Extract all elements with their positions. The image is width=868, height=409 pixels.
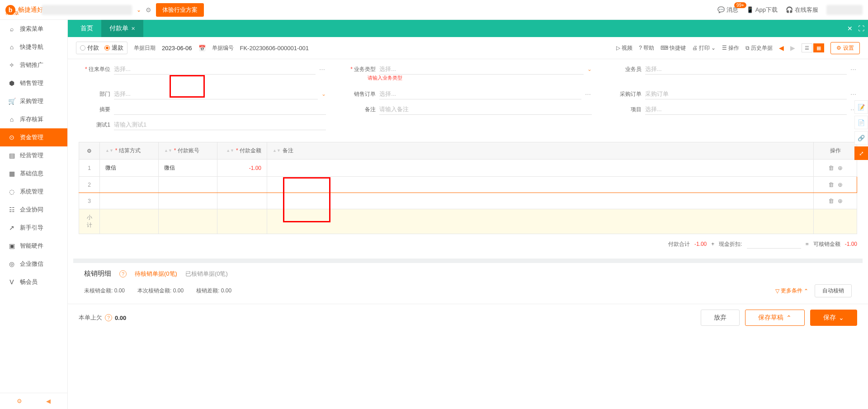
operate-link[interactable]: ☰ 操作 bbox=[722, 44, 739, 52]
purchaseorder-field: 采购订单 ⋯ bbox=[610, 89, 857, 99]
sidebar-item-4[interactable]: 🛒采购管理 bbox=[0, 92, 67, 110]
sidebar-item-7[interactable]: ▤经营管理 bbox=[0, 146, 67, 165]
col-gear[interactable]: ⚙ bbox=[79, 142, 100, 160]
sidebar: ⌕搜索菜单⌂快捷导航✧营销推广⬢销售管理🛒采购管理⌂库存核算⊙资金管理▤经营管理… bbox=[0, 20, 68, 409]
calendar-icon[interactable]: 📅 bbox=[198, 45, 206, 52]
tabs-bar: 首页 付款单 ✕ ✕ ⛶ bbox=[68, 20, 868, 37]
view-card-icon[interactable]: ▦ bbox=[813, 43, 824, 52]
owe-value: 0.00 bbox=[115, 315, 126, 321]
add-row-icon[interactable]: ⊕ bbox=[838, 197, 843, 204]
col-remark[interactable]: ▲▼备注 bbox=[267, 142, 814, 160]
project-input[interactable] bbox=[645, 104, 847, 115]
sidebar-item-1[interactable]: ⌂快捷导航 bbox=[0, 38, 67, 56]
sidebar-item-12[interactable]: ▣智能硬件 bbox=[0, 237, 67, 255]
dept-input[interactable] bbox=[114, 89, 318, 99]
add-row-icon[interactable]: ⊕ bbox=[838, 181, 843, 188]
table-row[interactable]: 2🗑⊕ bbox=[79, 177, 857, 193]
print-link[interactable]: 🖨 打印 ⌄ bbox=[692, 44, 716, 52]
sidebar-item-8[interactable]: ▦基础信息 bbox=[0, 165, 67, 183]
table-row[interactable]: 3🗑⊕ bbox=[79, 193, 857, 209]
remark-input[interactable] bbox=[379, 104, 591, 115]
sidebar-item-2[interactable]: ✧营销推广 bbox=[0, 56, 67, 74]
radio-dot-unchecked bbox=[80, 45, 85, 51]
next-doc-icon[interactable]: ▶ bbox=[790, 44, 795, 52]
video-link[interactable]: ▷ 视频 bbox=[616, 44, 632, 52]
float-doc-icon[interactable]: 📄 bbox=[854, 116, 868, 129]
radio-refund[interactable]: 退款 bbox=[104, 44, 123, 52]
clerk-input[interactable] bbox=[645, 64, 847, 75]
col-settle[interactable]: ▲▼结算方式 bbox=[100, 142, 159, 160]
org-dropdown-icon[interactable]: ⌄ bbox=[137, 7, 141, 13]
tabs-expand-icon[interactable]: ⛶ bbox=[858, 25, 864, 32]
biztype-dropdown-icon[interactable]: ⌄ bbox=[587, 66, 592, 72]
delete-row-icon[interactable]: 🗑 bbox=[828, 165, 834, 171]
save-draft-button[interactable]: 保存草稿 ⌃ bbox=[745, 310, 805, 326]
messages-link[interactable]: 💬 消息 99+ bbox=[717, 6, 738, 14]
sidebar-item-9[interactable]: ◌系统管理 bbox=[0, 183, 67, 201]
cash-discount-input[interactable] bbox=[747, 240, 801, 249]
purchaseorder-lookup-icon[interactable]: ⋯ bbox=[850, 91, 857, 98]
dept-dropdown-icon[interactable]: ⌄ bbox=[321, 91, 326, 97]
prev-doc-icon[interactable]: ◀ bbox=[779, 44, 784, 52]
tab-close-icon[interactable]: ✕ bbox=[131, 26, 135, 32]
sidebar-item-14[interactable]: V畅会员 bbox=[0, 273, 67, 291]
float-bar: 📝 📄 🔗 ⤢ bbox=[854, 100, 868, 160]
support-link[interactable]: 🎧 在线客服 bbox=[786, 6, 818, 14]
col-acct[interactable]: ▲▼付款账号 bbox=[159, 142, 217, 160]
subtotal-row: 小计 bbox=[79, 209, 857, 234]
vendor-input[interactable] bbox=[114, 64, 316, 75]
delete-row-icon[interactable]: 🗑 bbox=[828, 197, 834, 204]
trial-button[interactable]: 体验行业方案 bbox=[156, 3, 204, 17]
view-list-icon[interactable]: ☰ bbox=[802, 43, 812, 52]
float-link-icon[interactable]: 🔗 bbox=[854, 131, 868, 145]
sidebar-item-10[interactable]: ☷企业协同 bbox=[0, 201, 67, 219]
writeoff-tab-pending[interactable]: 待核销单据(0笔) bbox=[135, 270, 177, 278]
clerk-field: 业务员 ⋯ bbox=[610, 64, 857, 75]
tabs-close-all-icon[interactable]: ✕ bbox=[847, 25, 853, 32]
sidebar-item-13[interactable]: ◎企业微信 bbox=[0, 255, 67, 273]
sidebar-item-6[interactable]: ⊙资金管理 bbox=[0, 128, 67, 146]
salesorder-input[interactable] bbox=[379, 89, 581, 99]
writeoff-section: 核销明细 ? 待核销单据(0笔) 已核销单据(0笔) 未核销金额: 0.00 本… bbox=[73, 259, 863, 304]
delete-row-icon[interactable]: 🗑 bbox=[828, 181, 834, 188]
biztype-field: 业务类型 ⌄ bbox=[344, 64, 591, 75]
sidebar-settings-icon[interactable]: ⚙ bbox=[17, 398, 22, 404]
sidebar-item-3[interactable]: ⬢销售管理 bbox=[0, 74, 67, 92]
settings-button[interactable]: ⚙设置 bbox=[830, 42, 860, 54]
tab-home[interactable]: 首页 bbox=[72, 20, 101, 37]
app-download-link[interactable]: 📱 App下载 bbox=[746, 6, 778, 14]
col-ops: 操作 bbox=[814, 142, 857, 160]
more-conditions-link[interactable]: ▽ 更多条件 ⌃ bbox=[775, 287, 808, 295]
history-link[interactable]: ⧉ 历史单据 bbox=[745, 44, 773, 52]
shortcut-link[interactable]: ⌨ 快捷键 bbox=[660, 44, 686, 52]
sidebar-collapse-icon[interactable]: ◀ bbox=[46, 398, 51, 404]
sidebar-item-11[interactable]: ↗新手引导 bbox=[0, 219, 67, 237]
headset-icon: 🎧 bbox=[786, 6, 793, 13]
save-button[interactable]: 保存 ⌄ bbox=[810, 310, 857, 326]
summary-input[interactable] bbox=[114, 104, 326, 115]
writeoff-tab-done[interactable]: 已核销单据(0笔) bbox=[185, 270, 228, 278]
user-blurred bbox=[826, 5, 863, 15]
vendor-lookup-icon[interactable]: ⋯ bbox=[319, 66, 326, 73]
radio-pay[interactable]: 付款 bbox=[80, 44, 99, 52]
discard-button[interactable]: 放弃 bbox=[701, 310, 740, 326]
writeoff-help-icon[interactable]: ? bbox=[119, 270, 127, 277]
owe-help-icon[interactable]: ? bbox=[105, 314, 112, 321]
add-row-icon[interactable]: ⊕ bbox=[838, 165, 843, 171]
auto-writeoff-button[interactable]: 自动核销 bbox=[815, 284, 852, 297]
help-link[interactable]: ? 帮助 bbox=[639, 44, 654, 52]
table-row[interactable]: 1微信微信-1.00🗑⊕ bbox=[79, 160, 857, 177]
float-expand-icon[interactable]: ⤢ bbox=[854, 146, 868, 160]
header-gear-icon[interactable]: ⚙ bbox=[146, 6, 151, 14]
clerk-lookup-icon[interactable]: ⋯ bbox=[850, 66, 857, 73]
float-note-icon[interactable]: 📝 bbox=[854, 100, 868, 114]
doc-date-value[interactable]: 2023-06-06 bbox=[162, 45, 192, 52]
sidebar-item-0[interactable]: ⌕搜索菜单 bbox=[0, 20, 67, 38]
biztype-input[interactable] bbox=[379, 64, 583, 75]
col-amt[interactable]: ▲▼付款金额 bbox=[217, 142, 267, 160]
sidebar-item-5[interactable]: ⌂库存核算 bbox=[0, 110, 67, 128]
purchaseorder-input[interactable] bbox=[645, 89, 847, 99]
tab-payment[interactable]: 付款单 ✕ bbox=[101, 20, 143, 37]
test1-input[interactable] bbox=[114, 119, 326, 130]
salesorder-lookup-icon[interactable]: ⋯ bbox=[585, 91, 592, 98]
